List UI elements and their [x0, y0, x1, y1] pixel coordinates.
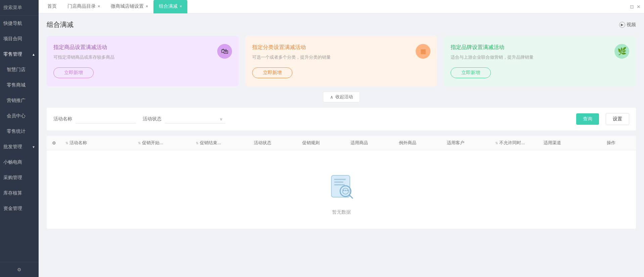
activity-name-label: 活动名称 — [53, 116, 72, 122]
sidebar-item-retail-mgmt[interactable]: 零售管理 ▲ — [0, 47, 39, 62]
chevron-up-icon: ▲ — [32, 53, 35, 56]
sort-icon: ⇅ — [138, 141, 141, 145]
tab-wechat-store-settings[interactable]: 微商城店铺设置 × — [105, 0, 153, 13]
close-tab-wechat-store-settings[interactable]: × — [146, 4, 148, 9]
th-activity-status: 活动状态 — [254, 140, 302, 146]
svg-point-8 — [345, 190, 347, 191]
gear-icon: ⚙ — [17, 267, 21, 272]
sidebar-item-smart-store[interactable]: 智慧门店 — [0, 62, 39, 77]
sidebar-item-finance-mgmt[interactable]: 资金管理 — [0, 201, 39, 216]
sidebar-search[interactable]: 搜索菜单 — [0, 0, 39, 16]
video-link[interactable]: ▶ 视频 — [619, 22, 636, 28]
main-area: 首页 门店商品目录 × 微商城店铺设置 × 组合满减 × ⊡ ✕ 组合满减 ▶ … — [39, 0, 644, 277]
tab-bar: 首页 门店商品目录 × 微商城店铺设置 × 组合满减 × ⊡ ✕ — [39, 0, 644, 13]
svg-point-5 — [342, 188, 349, 194]
page-title: 组合满减 — [47, 20, 74, 29]
sidebar: 搜索菜单 快捷导航 项目合同 零售管理 ▲ 智慧门店 零售商城 营销推广 会员中… — [0, 0, 39, 277]
card-category-add-button[interactable]: 立即新增 — [252, 67, 292, 78]
search-bar: 活动名称 活动状态 进行中 已停止 未开始 ∨ 查询 设置 — [47, 108, 636, 130]
card-product-icon: 🛍 — [217, 44, 232, 59]
card-category-desc: 可选一个或者多个分类，提升分类的销量 — [252, 54, 431, 62]
table-header: ⚙ ⇅ 活动名称 ⇅ 促销开始... ⇅ 促销结束... 活动状态 — [47, 136, 636, 150]
sort-icon: ⇅ — [196, 141, 198, 145]
sort-icon: ⇅ — [495, 141, 498, 145]
close-tab-store-catalog[interactable]: × — [98, 4, 100, 9]
th-applicable-customer: 适用客户 — [447, 140, 495, 146]
sidebar-item-member-center[interactable]: 会员中心 — [0, 108, 39, 124]
th-promo-end[interactable]: ⇅ 促销结束... — [196, 140, 254, 146]
th-no-duplicate[interactable]: ⇅ 不允许同时... — [495, 140, 544, 146]
svg-rect-1 — [334, 179, 346, 180]
maximize-icon[interactable]: ⊡ — [630, 4, 634, 9]
collapse-bar: ∧ 收起活动 — [47, 92, 636, 102]
tab-combo-discount[interactable]: 组合满减 × — [153, 0, 187, 13]
card-brand-title: 指定品牌设置满减活动 — [451, 44, 629, 51]
sidebar-settings-button[interactable]: ⚙ — [0, 262, 39, 277]
th-promo-rule: 促销规则 — [302, 140, 351, 146]
card-category-title: 指定分类设置满减活动 — [252, 44, 431, 51]
activity-status-select[interactable]: 进行中 已停止 未开始 — [165, 115, 225, 123]
activity-name-field: 活动名称 — [53, 115, 136, 123]
sidebar-item-retail-stats[interactable]: 零售统计 — [0, 124, 39, 139]
card-brand-icon: 🌿 — [614, 44, 629, 59]
activity-name-input[interactable] — [76, 115, 136, 123]
empty-state: 暂无数据 — [47, 150, 636, 229]
chevron-down-icon: ▼ — [32, 145, 35, 149]
empty-state-icon — [325, 170, 358, 204]
card-product-discount: 🛍 指定商品设置满减活动 可指定滞销商品或库存较多商品 立即新增 — [47, 36, 239, 86]
activity-cards: 🛍 指定商品设置满减活动 可指定滞销商品或库存较多商品 立即新增 ▦ 指定分类设… — [47, 36, 636, 86]
card-product-desc: 可指定滞销商品或库存较多商品 — [53, 54, 232, 62]
close-icon[interactable]: ✕ — [637, 4, 641, 9]
sidebar-item-quick-nav[interactable]: 快捷导航 — [0, 16, 39, 31]
gear-icon: ⚙ — [52, 141, 56, 146]
card-brand-add-button[interactable]: 立即新增 — [451, 67, 491, 78]
card-brand-discount: 🌿 指定品牌设置满减活动 适合与上游企业联合做营销，提升品牌销量 立即新增 — [444, 36, 636, 86]
sidebar-item-xiaochang-ecom[interactable]: 小畅电商 — [0, 155, 39, 170]
sort-icon: ⇅ — [65, 141, 68, 145]
activity-status-select-wrapper: 进行中 已停止 未开始 ∨ — [165, 115, 225, 123]
close-tab-combo-discount[interactable]: × — [180, 4, 182, 9]
th-activity-name[interactable]: ⇅ 活动名称 — [65, 140, 138, 146]
svg-point-9 — [347, 190, 349, 191]
settings-button[interactable]: 设置 — [606, 113, 629, 125]
sidebar-item-inventory-calc[interactable]: 库存核算 — [0, 185, 39, 201]
empty-text: 暂无数据 — [332, 209, 351, 215]
window-controls: ⊡ ✕ — [630, 4, 641, 9]
svg-rect-3 — [334, 184, 345, 185]
tab-store-catalog[interactable]: 门店商品目录 × — [62, 0, 105, 13]
collapse-button[interactable]: ∧ 收起活动 — [323, 92, 360, 102]
table-container: ⚙ ⇅ 活动名称 ⇅ 促销开始... ⇅ 促销结束... 活动状态 — [47, 136, 636, 229]
activity-status-field: 活动状态 进行中 已停止 未开始 ∨ — [143, 115, 225, 123]
th-applicable-goods: 适用商品 — [351, 140, 399, 146]
sidebar-item-purchase-mgmt[interactable]: 采购管理 — [0, 170, 39, 185]
sidebar-item-project-contract[interactable]: 项目合同 — [0, 31, 39, 47]
card-brand-desc: 适合与上游企业联合做营销，提升品牌销量 — [451, 54, 629, 62]
page-header: 组合满减 ▶ 视频 — [47, 20, 636, 29]
svg-point-7 — [343, 190, 344, 191]
sidebar-item-retail-mall[interactable]: 零售商城 — [0, 77, 39, 93]
activity-status-label: 活动状态 — [143, 116, 162, 122]
tab-home[interactable]: 首页 — [42, 0, 62, 13]
chevron-up-icon: ∧ — [330, 95, 333, 100]
sidebar-item-marketing[interactable]: 营销推广 — [0, 93, 39, 108]
page-content: 组合满减 ▶ 视频 🛍 指定商品设置满减活动 可指定滞销商品或库存较多商品 立即… — [39, 13, 644, 277]
th-action: 操作 — [592, 140, 631, 146]
sidebar-item-wholesale-mgmt[interactable]: 批发管理 ▼ — [0, 139, 39, 155]
card-product-add-button[interactable]: 立即新增 — [53, 67, 94, 78]
th-promo-start[interactable]: ⇅ 促销开始... — [138, 140, 196, 146]
th-gear[interactable]: ⚙ — [52, 141, 65, 146]
th-applicable-channel: 适用渠道 — [544, 140, 592, 146]
svg-rect-2 — [334, 181, 343, 183]
card-category-discount: ▦ 指定分类设置满减活动 可选一个或者多个分类，提升分类的销量 立即新增 — [245, 36, 438, 86]
card-product-title: 指定商品设置满减活动 — [53, 44, 232, 51]
play-icon: ▶ — [619, 22, 625, 28]
query-button[interactable]: 查询 — [576, 113, 599, 125]
th-excluded-goods: 例外商品 — [399, 140, 447, 146]
